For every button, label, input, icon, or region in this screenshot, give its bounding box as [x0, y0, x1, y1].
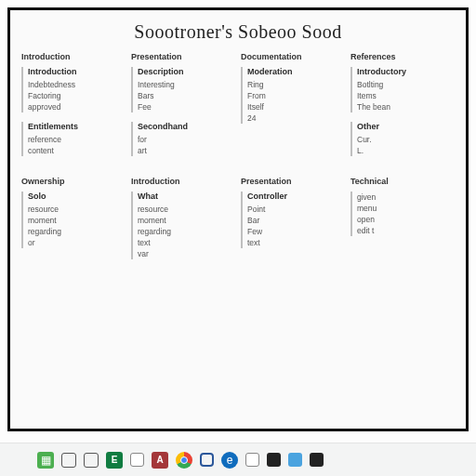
- item: menu: [357, 203, 455, 214]
- item: Point: [247, 204, 345, 215]
- col-head: Technical: [350, 177, 455, 186]
- outlook-icon[interactable]: [200, 453, 214, 467]
- col-head: Introduction: [21, 52, 126, 61]
- col-bot-2: Presentation Controller Point Bar Few te…: [241, 177, 345, 269]
- block: Description Interesting Bars Fee: [131, 67, 235, 112]
- item: Fee: [138, 101, 235, 112]
- block-title: Description: [138, 67, 235, 76]
- store-icon[interactable]: [61, 453, 76, 468]
- block: Secondhand for art: [131, 122, 235, 156]
- note-icon[interactable]: [267, 453, 281, 467]
- page-title: Soootroner's Sobeoo Sood: [18, 21, 458, 43]
- item: edit t: [357, 225, 455, 236]
- item: regarding: [138, 226, 235, 237]
- block: given menu open edit t: [350, 192, 455, 236]
- item: resource: [138, 204, 235, 215]
- item: Bars: [138, 90, 235, 101]
- item: open: [357, 214, 455, 225]
- block-title: Moderation: [247, 67, 345, 76]
- item: text: [138, 237, 235, 248]
- col-head: Introduction: [131, 177, 235, 186]
- block: Entitlements reference content: [21, 122, 126, 156]
- block: Other Cur. L.: [350, 122, 455, 156]
- item: art: [138, 145, 235, 156]
- block-title: Secondhand: [138, 122, 235, 131]
- item: L.: [357, 145, 455, 156]
- block-title: Solo: [28, 192, 126, 201]
- item: Items: [357, 90, 455, 101]
- col-bot-1: Introduction What resource moment regard…: [131, 177, 235, 269]
- item: text: [247, 237, 345, 248]
- block-title: Introductory: [357, 67, 455, 76]
- block-title: Entitlements: [28, 122, 126, 131]
- sky-icon[interactable]: [288, 453, 302, 467]
- col-head: Presentation: [241, 177, 345, 186]
- item: Interesting: [138, 79, 235, 90]
- block-title: Controller: [247, 192, 345, 201]
- excel-icon[interactable]: E: [106, 452, 123, 469]
- col-bot-0: Ownership Solo resource moment regarding…: [21, 177, 126, 269]
- col-bot-3: Technical given menu open edit t: [350, 177, 455, 269]
- teams-icon[interactable]: [84, 453, 99, 468]
- item: Botlting: [357, 79, 455, 90]
- item: Indebtedness: [28, 79, 126, 90]
- col-head: References: [350, 52, 455, 61]
- col-head: Presentation: [131, 52, 235, 61]
- block: What resource moment regarding text var: [131, 192, 235, 259]
- item: given: [357, 192, 455, 203]
- col-head: Ownership: [21, 177, 126, 186]
- block: Solo resource moment regarding or: [21, 192, 126, 248]
- item: From: [247, 90, 345, 101]
- item: moment: [28, 215, 126, 226]
- item: Factoring: [28, 90, 126, 101]
- item: moment: [138, 215, 235, 226]
- block-title: What: [138, 192, 235, 201]
- item: approved: [28, 101, 126, 112]
- col-top-1: Presentation Description Interesting Bar…: [131, 52, 235, 165]
- item: content: [28, 145, 126, 156]
- item: regarding: [28, 226, 126, 237]
- item: Itself: [247, 101, 345, 112]
- col-head: Documentation: [241, 52, 345, 61]
- item: Ring: [247, 79, 345, 90]
- item: reference: [28, 134, 126, 145]
- item: var: [138, 248, 235, 259]
- item: or: [28, 237, 126, 248]
- block-title: Introduction: [28, 67, 126, 76]
- item: The bean: [357, 101, 455, 112]
- app-icon[interactable]: [130, 453, 144, 467]
- edge-icon[interactable]: e: [221, 452, 238, 469]
- item: 24: [247, 112, 345, 124]
- chrome-icon[interactable]: [176, 452, 192, 469]
- item: resource: [28, 204, 126, 215]
- col-top-3: References Introductory Botlting Items T…: [350, 52, 455, 165]
- item: Few: [247, 226, 345, 237]
- access-icon[interactable]: A: [152, 452, 168, 469]
- item: Bar: [247, 215, 345, 226]
- taskbar: ▦ E A e: [0, 443, 476, 476]
- content-grid: Introduction Introduction Indebtedness F…: [18, 52, 458, 269]
- file-icon[interactable]: [245, 453, 259, 467]
- more-icon[interactable]: [310, 453, 324, 467]
- apps-icon[interactable]: ▦: [37, 452, 54, 469]
- col-top-0: Introduction Introduction Indebtedness F…: [21, 52, 126, 165]
- item: for: [138, 134, 235, 145]
- col-top-2: Documentation Moderation Ring From Itsel…: [241, 52, 345, 165]
- block: Moderation Ring From Itself 24: [241, 67, 345, 124]
- block: Introduction Indebtedness Factoring appr…: [21, 67, 126, 112]
- document-frame: Soootroner's Sobeoo Sood Introduction In…: [7, 7, 469, 431]
- block: Introductory Botlting Items The bean: [350, 67, 455, 112]
- block-title: Other: [357, 122, 455, 131]
- block: Controller Point Bar Few text: [241, 192, 345, 248]
- item: Cur.: [357, 134, 455, 145]
